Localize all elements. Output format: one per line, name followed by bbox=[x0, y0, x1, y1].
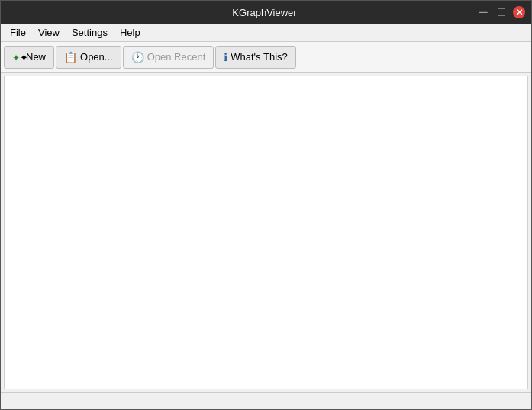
open-button[interactable]: 📋 Open... bbox=[56, 46, 121, 69]
open-recent-icon: 🕐 bbox=[131, 51, 144, 63]
close-button[interactable]: ✕ bbox=[513, 6, 525, 18]
main-content-area bbox=[4, 76, 528, 389]
main-window: KGraphViewer ─ □ ✕ File View Settings He… bbox=[0, 0, 532, 410]
menu-file-label: F bbox=[10, 27, 16, 38]
whats-this-icon: ℹ bbox=[224, 51, 227, 63]
menu-settings-label: S bbox=[72, 27, 79, 38]
new-label: New bbox=[26, 51, 46, 63]
window-title: KGraphViewer bbox=[53, 7, 476, 18]
new-button[interactable]: ✦ New bbox=[4, 46, 54, 69]
whats-this-label: What's This? bbox=[231, 51, 288, 63]
open-recent-button[interactable]: 🕐 Open Recent bbox=[123, 46, 214, 69]
menu-help-label: H bbox=[120, 27, 127, 38]
menu-bar: File View Settings Help bbox=[1, 24, 531, 42]
open-icon: 📋 bbox=[64, 51, 77, 63]
minimize-button[interactable]: ─ bbox=[476, 5, 490, 19]
status-bar bbox=[1, 392, 531, 409]
whats-this-button[interactable]: ℹ What's This? bbox=[215, 46, 296, 69]
menu-help[interactable]: Help bbox=[114, 25, 147, 40]
menu-view-label: V bbox=[38, 27, 44, 38]
open-label: Open... bbox=[80, 51, 113, 63]
menu-settings[interactable]: Settings bbox=[66, 25, 114, 40]
open-recent-label: Open Recent bbox=[147, 51, 206, 63]
toolbar: ✦ New 📋 Open... 🕐 Open Recent ℹ What's T… bbox=[1, 42, 531, 73]
title-bar: KGraphViewer ─ □ ✕ bbox=[1, 1, 531, 24]
window-controls: ─ □ ✕ bbox=[476, 5, 525, 19]
new-icon: ✦ bbox=[12, 52, 23, 63]
maximize-button[interactable]: □ bbox=[495, 5, 508, 19]
menu-view[interactable]: View bbox=[32, 25, 66, 40]
menu-file[interactable]: File bbox=[4, 25, 32, 40]
